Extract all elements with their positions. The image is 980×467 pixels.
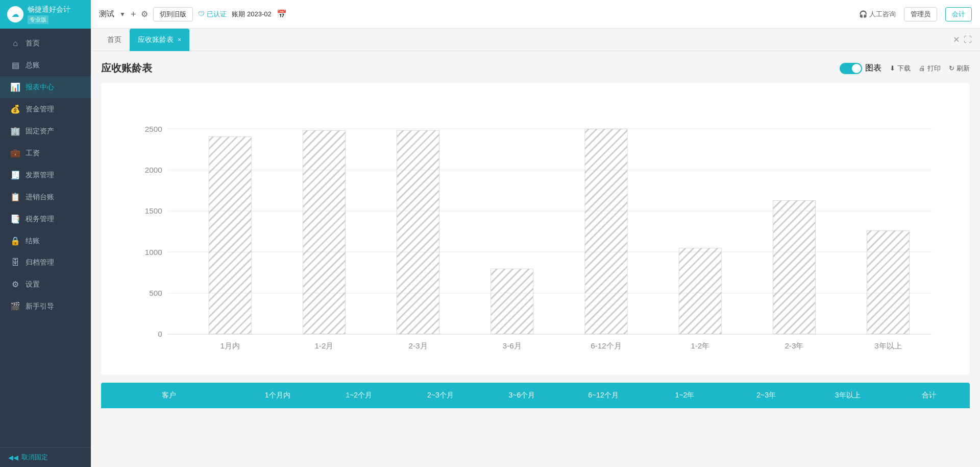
calendar-icon[interactable]: 📅 <box>277 9 287 19</box>
period-label: 账期 2023-02 <box>232 10 271 19</box>
wages-icon: 💼 <box>10 148 20 158</box>
x-label-1-2月: 1-2月 <box>314 341 333 350</box>
sidebar-label-invoices: 发票管理 <box>26 171 54 180</box>
sidebar-item-ledger[interactable]: ▤总账 <box>0 54 91 76</box>
funds-icon: 💰 <box>10 104 20 114</box>
chart-toggle[interactable] <box>840 63 862 74</box>
x-label-2-3年: 2-3年 <box>785 341 803 350</box>
settings-icon[interactable]: ⚙ <box>141 9 148 19</box>
table-header-cell: 2~3年 <box>725 383 807 408</box>
tab-close-btn[interactable]: × <box>178 36 181 43</box>
tab-bar: 首页 应收账龄表 × ✕ ⛶ <box>91 29 980 51</box>
sidebar-item-reports[interactable]: 📊报表中心 <box>0 76 91 98</box>
print-icon: 🖨 <box>919 64 925 72</box>
accountant-btn[interactable]: 会计 <box>945 7 972 21</box>
sidebar-item-home[interactable]: ⌂首页 <box>0 33 91 54</box>
switch-old-btn[interactable]: 切到旧版 <box>153 7 193 21</box>
table-header-cell: 3~6个月 <box>481 383 563 408</box>
sidebar-label-tax: 税务管理 <box>26 215 54 224</box>
table-header-cell: 合计 <box>888 383 970 408</box>
tab-ar-aging[interactable]: 应收账龄表 × <box>130 29 189 51</box>
sidebar-item-invoices[interactable]: 🧾发票管理 <box>0 164 91 186</box>
sidebar-label-guide: 新手引导 <box>26 302 54 311</box>
bar-1-2年 <box>679 248 721 334</box>
bar-chart-svg: 0 500 1000 1500 2000 2500 1月内 1-2月 <box>111 94 960 362</box>
bar-3年以上 <box>867 231 910 334</box>
expand-icon[interactable]: ⛶ <box>964 35 972 44</box>
x-label-3年以上: 3年以上 <box>874 341 901 350</box>
top-header: 测试 ▼ + ⚙ 切到旧版 🛡 已认证 账期 2023-02 📅 🎧 人工咨询 … <box>91 0 980 29</box>
table-header-cell: 客户 <box>101 383 237 408</box>
workspace-title: 测试 <box>99 9 114 19</box>
reports-icon: 📊 <box>10 82 20 92</box>
sidebar-label-home: 首页 <box>26 39 40 48</box>
page-header: 应收账龄表 图表 ⬇ 下载 🖨 打印 ↻ <box>101 61 970 75</box>
x-label-6-12月: 6-12个月 <box>591 341 621 350</box>
cancel-fixed-btn[interactable]: ◀◀ 取消固定 <box>0 447 91 467</box>
bar-6-12月 <box>585 129 627 334</box>
refresh-icon: ↻ <box>949 64 954 72</box>
bar-1月内 <box>209 137 251 334</box>
sidebar-item-settings[interactable]: ⚙设置 <box>0 273 91 295</box>
y-label-2500: 2500 <box>145 125 162 133</box>
closing-icon: 🔒 <box>10 236 20 246</box>
table-header-cell: 2~3个月 <box>400 383 481 408</box>
tax-icon: 📑 <box>10 214 20 224</box>
table-container: 客户1个月内1~2个月2~3个月3~6个月6~12个月1~2年2~3年3年以上合… <box>101 383 970 408</box>
headset-icon: 🎧 <box>859 10 867 18</box>
download-icon: ⬇ <box>890 64 895 72</box>
guide-icon: 🎬 <box>10 301 20 311</box>
chart-container: 0 500 1000 1500 2000 2500 1月内 1-2月 <box>101 83 970 375</box>
manager-btn[interactable]: 管理员 <box>904 7 937 21</box>
main-content: 测试 ▼ + ⚙ 切到旧版 🛡 已认证 账期 2023-02 📅 🎧 人工咨询 … <box>91 0 980 467</box>
tab-home[interactable]: 首页 <box>99 29 130 51</box>
shield-icon: 🛡 <box>198 10 205 18</box>
close-icon[interactable]: ✕ <box>953 35 960 44</box>
sidebar-logo: ☁ 畅捷通好会计 专业版 <box>0 0 91 29</box>
sidebar-item-wages[interactable]: 💼工资 <box>0 142 91 164</box>
sidebar-label-assets: 固定资产 <box>26 127 54 136</box>
refresh-btn[interactable]: ↻ 刷新 <box>949 64 970 73</box>
y-label-1500: 1500 <box>145 206 162 215</box>
bar-2-3月 <box>397 130 439 334</box>
sidebar-item-sales[interactable]: 📋进销台账 <box>0 186 91 208</box>
y-label-2000: 2000 <box>145 166 162 174</box>
table-header-cell: 3年以上 <box>807 383 889 408</box>
logo-icon: ☁ <box>7 6 23 22</box>
sidebar-item-closing[interactable]: 🔒结账 <box>0 230 91 252</box>
table-header-cell: 1个月内 <box>237 383 318 408</box>
bar-3-6月 <box>491 269 533 334</box>
add-workspace-btn[interactable]: + <box>131 10 136 19</box>
sidebar-nav: ⌂首页▤总账📊报表中心💰资金管理🏢固定资产💼工资🧾发票管理📋进销台账📑税务管理🔒… <box>0 29 91 321</box>
print-btn[interactable]: 🖨 打印 <box>919 64 941 73</box>
page-container: 应收账龄表 图表 ⬇ 下载 🖨 打印 ↻ <box>91 51 980 418</box>
settings-icon: ⚙ <box>10 279 20 289</box>
sidebar-label-closing: 结账 <box>26 237 40 246</box>
invoices-icon: 🧾 <box>10 170 20 180</box>
home-icon: ⌂ <box>10 39 20 48</box>
sidebar-label-ledger: 总账 <box>26 61 40 70</box>
sidebar-item-assets[interactable]: 🏢固定资产 <box>0 120 91 142</box>
bar-1-2月 <box>303 130 345 334</box>
download-btn[interactable]: ⬇ 下载 <box>890 64 911 73</box>
header-right-actions: 🎧 人工咨询 管理员 会计 <box>859 7 972 21</box>
x-label-1-2年: 1-2年 <box>691 341 709 350</box>
workspace-dropdown[interactable]: ▼ <box>119 11 126 18</box>
x-label-2-3月: 2-3月 <box>409 341 428 350</box>
sidebar-item-archive[interactable]: 🗄归档管理 <box>0 252 91 273</box>
sidebar-item-guide[interactable]: 🎬新手引导 <box>0 295 91 317</box>
chart-toggle-group: 图表 <box>840 63 881 74</box>
chart-toggle-label: 图表 <box>865 63 881 74</box>
table-header-cell: 1~2年 <box>644 383 726 408</box>
y-label-1000: 1000 <box>145 248 162 256</box>
page-actions: 图表 ⬇ 下载 🖨 打印 ↻ 刷新 <box>840 63 970 74</box>
y-label-0: 0 <box>158 330 162 338</box>
consult-btn[interactable]: 🎧 人工咨询 <box>859 10 896 19</box>
y-label-500: 500 <box>149 289 162 297</box>
sidebar-item-funds[interactable]: 💰资金管理 <box>0 98 91 120</box>
table-header-cell: 1~2个月 <box>318 383 400 408</box>
sales-icon: 📋 <box>10 192 20 202</box>
sidebar-label-settings: 设置 <box>26 280 40 289</box>
sidebar-item-tax[interactable]: 📑税务管理 <box>0 208 91 230</box>
x-label-1月内: 1月内 <box>220 341 239 350</box>
